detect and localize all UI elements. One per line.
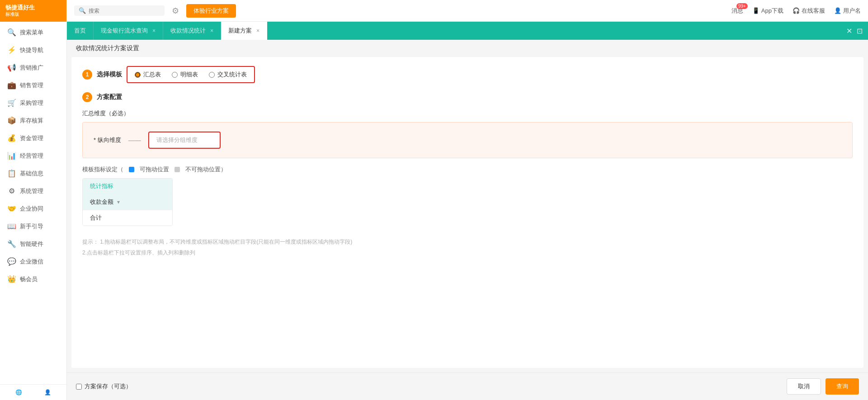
tab-bank-flow-close[interactable]: × [152, 28, 156, 34]
dimension-row: * 纵向维度 —— 请选择分组维度 [94, 132, 841, 149]
chevron-down-icon[interactable]: ▾ [117, 199, 120, 205]
radio-detail-input[interactable] [172, 72, 178, 78]
sidebar-item-3[interactable]: 💼销售管理 [0, 76, 66, 94]
sidebar-label-14: 畅会员 [20, 275, 38, 283]
footer: 方案保存（可选） 取消 查询 [67, 372, 868, 400]
sidebar-item-4[interactable]: 🛒采购管理 [0, 94, 66, 112]
tab-receipt-stats-close[interactable]: × [210, 28, 213, 34]
tab-home[interactable]: 首页 [67, 22, 94, 40]
radio-summary-label[interactable]: 汇总表 [143, 71, 161, 79]
indicator-total-label: 合计 [90, 214, 102, 221]
sidebar-item-14[interactable]: 👑畅会员 [0, 270, 66, 288]
non-draggable-label: 不可拖动位置） [185, 165, 226, 174]
sidebar-icon-3: 💼 [7, 81, 16, 89]
step2-title: 方案配置 [97, 93, 122, 101]
sidebar-icon-1: ⚡ [7, 46, 16, 54]
trial-button[interactable]: 体验行业方案 [186, 4, 236, 18]
download-label: App下载 [761, 7, 783, 15]
indicator-column-total: 合计 [83, 210, 172, 226]
sidebar-icon-8: 📋 [7, 169, 16, 178]
tab-receipt-stats[interactable]: 收款情况统计 × [163, 22, 221, 40]
sidebar-label-4: 采购管理 [20, 99, 43, 107]
sidebar-label-12: 智能硬件 [20, 240, 43, 248]
radio-summary-input[interactable] [135, 72, 141, 78]
non-draggable-dot [175, 167, 180, 172]
sidebar-item-7[interactable]: 📊经营管理 [0, 147, 66, 165]
sidebar-label-13: 企业微信 [20, 258, 43, 266]
indicator-table-title: 统计指标 [90, 182, 113, 190]
sidebar-label-7: 经营管理 [20, 152, 43, 160]
save-checkbox-input[interactable] [76, 384, 82, 390]
search-input[interactable] [89, 8, 156, 14]
topbar: 🔍 ⚙ 体验行业方案 消息 99+ 📱 App下载 🎧 在线客服 👤 用户名 [67, 0, 868, 22]
support-label: 在线客服 [802, 7, 825, 15]
sidebar-item-1[interactable]: ⚡快捷导航 [0, 41, 66, 59]
download-link[interactable]: 📱 App下载 [752, 7, 783, 15]
sidebar-icon-5: 📦 [7, 116, 16, 125]
sidebar-item-0[interactable]: 🔍搜索菜单 [0, 24, 66, 41]
step2-section: 2 方案配置 汇总维度（必选） * 纵向维度 —— 请选择分组维度 [82, 92, 853, 258]
tab-bank-flow[interactable]: 现金银行流水查询 × [94, 22, 163, 40]
sidebar-item-9[interactable]: ⚙系统管理 [0, 182, 66, 200]
draggable-dot [129, 167, 134, 172]
cancel-button[interactable]: 取消 [787, 378, 821, 395]
tab-expand-icon[interactable]: ⊡ [857, 27, 863, 35]
content-area: 收款情况统计方案设置 1 选择模板 汇总表 明细表 [67, 40, 868, 400]
tab-new-plan-label: 新建方案 [228, 27, 252, 35]
dimension-select[interactable]: 请选择分组维度 [148, 132, 221, 149]
radio-cross-input[interactable] [209, 72, 215, 78]
tab-receipt-stats-label: 收款情况统计 [170, 27, 206, 35]
sidebar-icon-0: 🔍 [7, 28, 16, 37]
sidebar-icon-7: 📊 [7, 151, 16, 160]
sidebar-label-1: 快捷导航 [20, 46, 43, 54]
tab-new-plan-close[interactable]: × [256, 28, 259, 34]
search-box[interactable]: 🔍 [74, 5, 165, 16]
tab-close-all-icon[interactable]: ✕ [846, 27, 852, 35]
radio-cross[interactable]: 交叉统计表 [209, 71, 247, 79]
sidebar-bottom-icon2[interactable]: 👤 [44, 389, 51, 395]
tabbar-actions: ✕ ⊡ [841, 22, 868, 40]
sidebar-item-8[interactable]: 📋基础信息 [0, 165, 66, 182]
step1-title: 选择模板 [97, 71, 122, 79]
radio-summary[interactable]: 汇总表 [135, 71, 161, 79]
gear-icon[interactable]: ⚙ [172, 6, 179, 16]
dimension-area: * 纵向维度 —— 请选择分组维度 [82, 122, 853, 158]
search-icon: 🔍 [79, 7, 86, 14]
sidebar-item-12[interactable]: 🔧智能硬件 [0, 235, 66, 253]
sidebar-item-2[interactable]: 📢营销推广 [0, 59, 66, 76]
support-link[interactable]: 🎧 在线客服 [793, 7, 825, 15]
sidebar-label-5: 库存核算 [20, 117, 43, 125]
user-name: 用户名 [843, 7, 861, 15]
sidebar-item-6[interactable]: 💰资金管理 [0, 129, 66, 147]
tab-new-plan[interactable]: 新建方案 × [221, 22, 267, 40]
footer-actions: 取消 查询 [787, 378, 859, 395]
notification-icon[interactable]: 消息 99+ [731, 7, 743, 15]
dimension-arrow: —— [128, 136, 141, 144]
radio-detail[interactable]: 明细表 [172, 71, 198, 79]
radio-cross-label[interactable]: 交叉统计表 [217, 71, 247, 79]
user-avatar[interactable]: 👤 用户名 [834, 7, 861, 15]
topbar-right: 消息 99+ 📱 App下载 🎧 在线客服 👤 用户名 [731, 7, 861, 15]
sidebar-label-11: 新手引导 [20, 222, 43, 231]
indicator-column-receipt[interactable]: 收款金额 ▾ [83, 194, 172, 210]
vertical-dimension-label: * 纵向维度 [94, 136, 121, 144]
page-title: 收款情况统计方案设置 [67, 40, 868, 57]
save-checkbox[interactable]: 方案保存（可选） [76, 382, 132, 391]
step1-header: 1 选择模板 汇总表 明细表 交叉统计表 [82, 66, 853, 83]
support-icon: 🎧 [793, 7, 800, 14]
sidebar-item-11[interactable]: 📖新手引导 [0, 217, 66, 235]
sidebar-bottom-icon1[interactable]: 🌐 [15, 389, 22, 395]
sidebar-item-5[interactable]: 📦库存核算 [0, 112, 66, 129]
sidebar-item-10[interactable]: 🤝企业协同 [0, 200, 66, 217]
query-button[interactable]: 查询 [826, 378, 859, 395]
step1-section: 1 选择模板 汇总表 明细表 交叉统计表 [82, 66, 853, 83]
indicator-table: 统计指标 收款金额 ▾ 合计 [82, 178, 173, 226]
logo-sub: 标准版 [5, 11, 35, 18]
step2-number: 2 [82, 92, 92, 102]
radio-detail-label[interactable]: 明细表 [180, 71, 198, 79]
sidebar-icon-13: 💬 [7, 257, 16, 266]
sidebar-item-13[interactable]: 💬企业微信 [0, 253, 66, 270]
sidebar-icon-2: 📢 [7, 63, 16, 72]
sidebar: 畅捷通好生 标准版 🔍搜索菜单⚡快捷导航📢营销推广💼销售管理🛒采购管理📦库存核算… [0, 0, 67, 400]
tip-line-2: 2.点击标题栏下拉可设置排序、插入列和删除列 [82, 247, 853, 258]
